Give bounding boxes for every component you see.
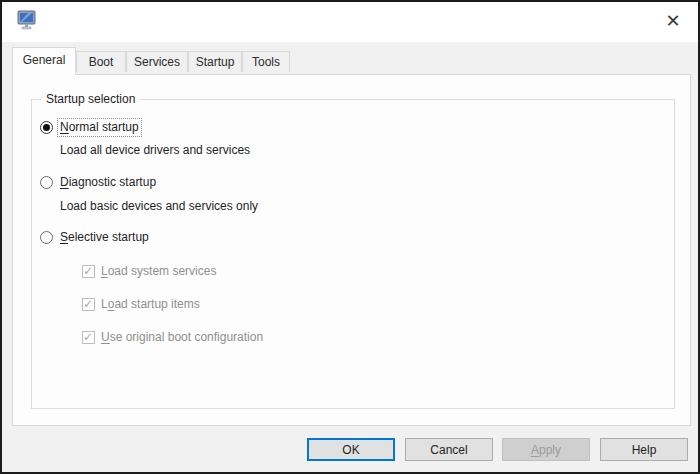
accel-char: S [60,230,68,244]
load-system-services-label: Load system services [101,264,216,278]
diagnostic-startup-radio[interactable] [40,176,53,189]
accel-char: A [531,443,539,457]
label-rest: pply [539,443,561,457]
normal-startup-label[interactable]: Normal startup [58,119,141,136]
checkbox-row-load-startup-items: ✓ Load startup items [82,297,200,311]
diagnostic-startup-description: Load basic devices and services only [60,199,258,213]
apply-button: Apply [502,438,590,461]
accel-char: U [101,330,110,344]
selective-startup-radio[interactable] [40,231,53,244]
load-startup-items-label: Load startup items [101,297,200,311]
use-original-boot-configuration-checkbox: ✓ [82,331,95,344]
label-rest: se original boot configuration [110,330,263,344]
checkbox-row-use-original-boot-configuration: ✓ Use original boot configuration [82,330,263,344]
normal-startup-description: Load all device drivers and services [60,143,250,157]
diagnostic-startup-label[interactable]: Diagnostic startup [58,174,158,191]
tab-general[interactable]: General [12,47,76,75]
normal-startup-radio[interactable] [40,121,53,134]
accel-char: D [60,175,69,189]
label-rest: ormal startup [69,120,139,134]
general-tab-page: Startup selection Normal startup Load al… [12,74,691,426]
use-original-boot-configuration-label: Use original boot configuration [101,330,263,344]
system-configuration-icon [15,8,39,32]
tab-startup[interactable]: Startup [188,51,242,72]
tab-strip: General Boot Services Startup Tools [2,42,698,74]
accel-char: L [101,264,108,278]
tab-services[interactable]: Services [126,51,188,72]
checkbox-row-load-system-services: ✓ Load system services [82,264,216,278]
ok-button[interactable]: OK [307,438,395,461]
radio-row-selective-startup[interactable]: Selective startup [40,229,151,246]
radio-row-diagnostic-startup[interactable]: Diagnostic startup [40,174,158,191]
checkmark-icon: ✓ [83,331,93,344]
load-startup-items-checkbox: ✓ [82,298,95,311]
selective-startup-label[interactable]: Selective startup [58,229,151,246]
radio-row-normal-startup[interactable]: Normal startup [40,119,141,136]
startup-selection-groupbox: Startup selection Normal startup Load al… [31,99,675,409]
label-rest: oad system services [108,264,217,278]
label-rest: ad startup items [114,297,199,311]
help-button[interactable]: Help [600,438,688,461]
close-button[interactable]: ✕ [656,6,690,36]
checkmark-icon: ✓ [83,265,93,278]
label-pre: L [101,297,108,311]
label-rest: elective startup [68,230,149,244]
tab-boot[interactable]: Boot [76,51,126,72]
groupbox-title: Startup selection [41,92,140,107]
title-bar: ✕ [2,2,698,42]
load-system-services-checkbox: ✓ [82,265,95,278]
accel-char: N [60,120,69,134]
tab-tools[interactable]: Tools [242,51,290,72]
label-rest: iagnostic startup [69,175,156,189]
checkmark-icon: ✓ [83,298,93,311]
cancel-button[interactable]: Cancel [405,438,493,461]
system-configuration-window: ✕ General Boot Services Startup Tools St… [0,0,700,474]
